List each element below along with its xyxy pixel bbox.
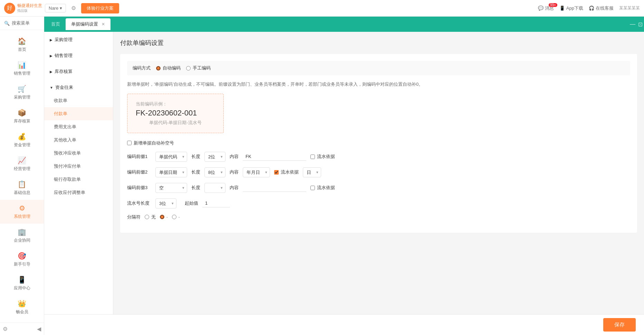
separator-dot-radio[interactable]: · (160, 214, 168, 220)
manual-code-radio[interactable]: 手工编码 (186, 65, 211, 71)
sidebar-settings-btn[interactable]: ⚙ (3, 326, 8, 332)
sub-nav-header-finance[interactable]: ▼ 资金往来 (44, 81, 113, 94)
prefix2-content-select[interactable]: 年月日 年月 年 (243, 167, 270, 177)
prefix1-length-label: 长度 (191, 153, 200, 160)
sidebar-item-system[interactable]: ⚙ 系统管理 (0, 200, 44, 224)
prefix3-length-select[interactable]: 2位 (204, 183, 225, 193)
sidebar-item-base-label: 基础信息 (14, 190, 30, 196)
sidebar-item-member[interactable]: 👑 畅会员 (0, 295, 44, 319)
tab-close-icon[interactable]: ✕ (102, 22, 105, 27)
prefix-row-3: 编码前缀3 单据代码 单据日期 空 长度 2位 (127, 183, 630, 193)
sub-nav-group-inventory: ▶ 库存核算 (44, 64, 113, 80)
page-content: 付款单编码设置 编码方式 自动编码 手工编码 (113, 32, 644, 314)
content-main: ▶ 采购管理 ▶ 销售管理 ▶ 库存核算 (44, 32, 644, 314)
separator-none-radio[interactable]: 无 (145, 214, 156, 220)
prefix2-length-wrapper: 8位 4位 (204, 167, 225, 177)
sub-nav-item-expense-label: 费用支出单 (54, 124, 76, 129)
prefix3-waterfall-checkbox[interactable] (310, 186, 315, 190)
nav-dropdown[interactable]: Nare ▾ (45, 4, 66, 12)
top-bar-left: 好 畅捷通好生意 指品版 Nare ▾ ⚙ 体验行业方案 (4, 3, 119, 14)
industry-btn[interactable]: 体验行业方案 (81, 3, 119, 13)
sidebar-item-sales-label: 销售管理 (14, 71, 30, 76)
prefix1-length-wrapper: 2位 4位 6位 (204, 152, 225, 162)
sidebar-collapse-btn[interactable]: ◀ (37, 326, 41, 332)
sidebar-item-sales[interactable]: 📊 销售管理 (0, 57, 44, 81)
auto-fill-checkbox[interactable] (127, 141, 132, 145)
sidebar-item-enterprise[interactable]: 🏢 企业协同 (0, 224, 44, 248)
sidebar-item-appcenter[interactable]: 📱 应用中心 (0, 271, 44, 295)
sidebar-item-inventory[interactable]: 📦 库存核算 (0, 104, 44, 128)
preview-desc-text: 单据代码-单据日期-流水号 (136, 120, 215, 126)
separator-dot-input[interactable] (160, 215, 164, 219)
sidebar-item-home[interactable]: 🏠 首页 (0, 33, 44, 57)
sidebar-item-operation-label: 经营管理 (14, 166, 30, 172)
logo-badge: 指品版 (17, 8, 42, 13)
sub-nav-header-sales[interactable]: ▶ 销售管理 (44, 49, 113, 62)
prefix2-date-unit-select[interactable]: 日 月 年 (303, 167, 321, 177)
sidebar-item-base[interactable]: 📋 基础信息 (0, 176, 44, 200)
online-service-btn[interactable]: 🎧 在线客服 (589, 5, 614, 11)
tab-home[interactable]: 首页 (46, 18, 66, 30)
prefix3-content-input[interactable] (243, 184, 306, 192)
auto-fill-label: 新增单据自动补空号 (134, 140, 174, 146)
save-btn[interactable]: 保存 (603, 318, 636, 332)
enterprise-icon: 🏢 (18, 228, 26, 236)
prefix2-length-select[interactable]: 8位 4位 (204, 167, 225, 177)
separator-dot2-radio[interactable]: · (172, 214, 180, 220)
auto-code-input[interactable] (156, 66, 161, 71)
sidebar-item-operation[interactable]: 📈 经营管理 (0, 152, 44, 176)
prefix1-waterfall-checkbox[interactable] (310, 155, 315, 159)
headset-icon: 🎧 (589, 6, 594, 11)
separator-radio-group: 无 · · (145, 214, 180, 220)
sidebar-item-newguide[interactable]: 🎯 新手引导 (0, 248, 44, 271)
user-menu[interactable]: 某某某某某 (619, 5, 640, 11)
search-icon: 🔍 (4, 21, 10, 26)
prefix3-select[interactable]: 单据代码 单据日期 空 (155, 183, 187, 193)
app-download-btn[interactable]: 📱 App下载 (559, 5, 583, 11)
prefix2-content-label: 内容 (230, 169, 239, 175)
encoding-label: 编码方式 (133, 65, 151, 71)
prefix1-length-select[interactable]: 2位 4位 6位 (204, 152, 225, 162)
prefix2-waterfall-checkbox[interactable] (274, 170, 279, 175)
tab-encoding[interactable]: 单据编码设置 ✕ (66, 18, 110, 30)
serial-length-select[interactable]: 3位 4位 5位 (155, 198, 176, 208)
sub-nav-header-inventory[interactable]: ▶ 库存核算 (44, 65, 113, 78)
base-icon: 📋 (18, 180, 26, 188)
sidebar-item-finance[interactable]: 💰 资金管理 (0, 128, 44, 152)
sidebar-bottom: ⚙ ◀ (0, 323, 44, 335)
sub-nav-header-purchase[interactable]: ▶ 采购管理 (44, 33, 113, 46)
settings-icon[interactable]: ⚙ (69, 3, 78, 13)
sidebar-item-system-label: 系统管理 (14, 214, 30, 220)
inventory-icon: 📦 (18, 109, 26, 117)
prefix1-waterfall: 流水依据 (310, 153, 335, 160)
prefix1-content-input[interactable] (243, 152, 306, 161)
chevron-right-icon-3: ▶ (50, 70, 52, 74)
separator-dot2-input[interactable] (172, 215, 176, 219)
message-btn[interactable]: 💬 消息 99+ (538, 5, 554, 11)
prefix2-select[interactable]: 单据代码 单据日期 空 (155, 167, 187, 177)
separator-none-input[interactable] (145, 215, 149, 219)
prefix1-select-wrapper: 单据代码 单据日期 空 (155, 152, 187, 162)
sub-nav-item-advance-offset-label: 预付冲应付单 (54, 164, 81, 169)
appcenter-icon: 📱 (18, 276, 26, 284)
sub-nav-item-bank[interactable]: 银行存取款单 (44, 173, 113, 186)
start-value-input[interactable] (202, 199, 230, 207)
sub-nav-item-payment[interactable]: 付款单 (44, 107, 113, 120)
sidebar-item-purchase[interactable]: 🛒 采购管理 (0, 81, 44, 104)
sub-nav-item-advance-offset[interactable]: 预付冲应付单 (44, 160, 113, 173)
sub-nav-item-prepay-offset[interactable]: 预收冲应收单 (44, 147, 113, 160)
auto-code-radio[interactable]: 自动编码 (156, 65, 181, 71)
system-icon: ⚙ (19, 204, 25, 212)
search-menu[interactable]: 🔍 搜索菜单 (0, 17, 44, 30)
manual-code-input[interactable] (186, 66, 191, 71)
prefix2-waterfall-label: 流水依据 (281, 169, 299, 175)
sub-nav-item-receipt[interactable]: 收款单 (44, 94, 113, 107)
sub-nav-item-other-income[interactable]: 其他收入单 (44, 133, 113, 147)
prefix2-label: 编码前缀2 (127, 169, 151, 175)
tab-minimize-btn[interactable]: — (630, 21, 635, 27)
sub-nav-item-adjustment[interactable]: 应收应付调整单 (44, 186, 113, 199)
prefix3-select-wrapper: 单据代码 单据日期 空 (155, 183, 187, 193)
prefix1-select[interactable]: 单据代码 单据日期 空 (155, 152, 187, 162)
tab-maximize-btn[interactable]: ⊡ (638, 21, 643, 28)
sub-nav-item-expense[interactable]: 费用支出单 (44, 120, 113, 133)
